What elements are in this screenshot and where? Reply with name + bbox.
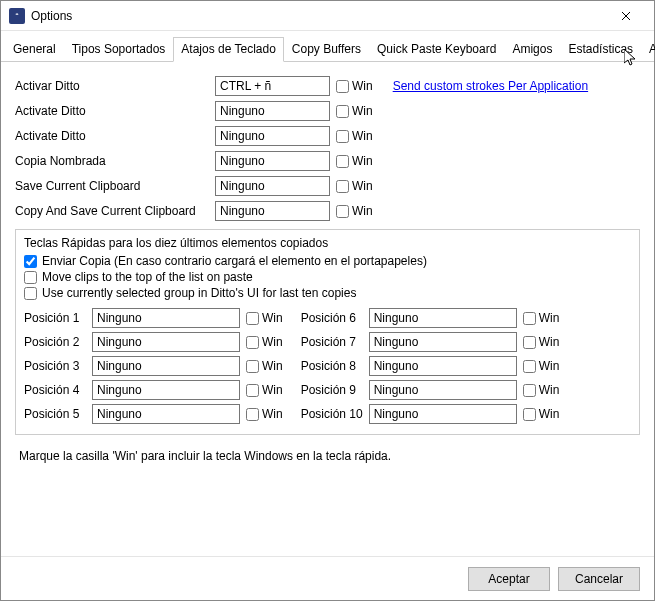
win-label: Win [352,79,373,93]
win-label: Win [262,335,283,349]
win-label: Win [539,359,560,373]
option-label: Enviar Copia (En caso contrario cargará … [42,254,427,268]
position-label: Posición 7 [301,335,369,349]
position-input[interactable] [92,356,240,376]
tabs-bar: GeneralTipos SoportadosAtajos de Teclado… [1,31,654,62]
win-checkbox-wrap[interactable]: Win [336,154,373,168]
hint-text: Marque la casilla 'Win' para incluir la … [19,449,636,463]
win-checkbox-wrap[interactable]: Win [246,359,283,373]
position-row: Posición 8Win [301,356,560,376]
shortcut-row: Activar DittoWinSend custom strokes Per … [15,76,640,96]
win-checkbox-wrap[interactable]: Win [336,104,373,118]
tab-atajos-de-teclado[interactable]: Atajos de Teclado [173,37,284,62]
win-checkbox-wrap[interactable]: Win [523,311,560,325]
tab-tipos-soportados[interactable]: Tipos Soportados [64,37,174,61]
option-checkbox[interactable] [24,271,37,284]
position-row: Posición 2Win [24,332,283,352]
win-checkbox[interactable] [246,384,259,397]
win-checkbox-wrap[interactable]: Win [336,204,373,218]
position-input[interactable] [369,356,517,376]
position-input[interactable] [369,380,517,400]
win-label: Win [352,204,373,218]
shortcut-label: Activar Ditto [15,79,215,93]
tab-amigos[interactable]: Amigos [504,37,560,61]
win-label: Win [352,129,373,143]
win-checkbox[interactable] [246,408,259,421]
win-checkbox[interactable] [336,80,349,93]
position-input[interactable] [92,308,240,328]
win-checkbox-wrap[interactable]: Win [246,335,283,349]
shortcut-row: Copy And Save Current ClipboardWin [15,201,640,221]
shortcut-input[interactable] [215,201,330,221]
win-checkbox-wrap[interactable]: Win [336,129,373,143]
positions-container: Posición 1WinPosición 2WinPosición 3WinP… [24,308,631,424]
position-input[interactable] [369,332,517,352]
shortcut-row: Copia NombradaWin [15,151,640,171]
position-label: Posición 2 [24,335,92,349]
position-input[interactable] [92,332,240,352]
win-checkbox[interactable] [246,336,259,349]
win-checkbox-wrap[interactable]: Win [246,407,283,421]
position-row: Posición 5Win [24,404,283,424]
shortcut-input[interactable] [215,76,330,96]
win-checkbox-wrap[interactable]: Win [246,311,283,325]
option-label: Move clips to the top of the list on pas… [42,270,253,284]
win-checkbox[interactable] [336,180,349,193]
cancel-button[interactable]: Cancelar [558,567,640,591]
shortcut-label: Activate Ditto [15,104,215,118]
win-label: Win [352,104,373,118]
shortcut-input[interactable] [215,176,330,196]
ok-button[interactable]: Aceptar [468,567,550,591]
shortcut-input[interactable] [215,101,330,121]
position-label: Posición 8 [301,359,369,373]
option-checkbox[interactable] [24,255,37,268]
group-option[interactable]: Enviar Copia (En caso contrario cargará … [24,254,631,268]
position-input[interactable] [92,404,240,424]
win-checkbox-wrap[interactable]: Win [523,335,560,349]
win-checkbox[interactable] [246,312,259,325]
position-row: Posición 7Win [301,332,560,352]
close-icon [621,11,631,21]
shortcut-input[interactable] [215,126,330,146]
win-checkbox[interactable] [523,336,536,349]
win-checkbox[interactable] [336,155,349,168]
tab-general[interactable]: General [5,37,64,61]
position-label: Posición 5 [24,407,92,421]
shortcut-input[interactable] [215,151,330,171]
win-checkbox[interactable] [523,360,536,373]
group-option[interactable]: Use currently selected group in Ditto's … [24,286,631,300]
position-row: Posición 4Win [24,380,283,400]
position-input[interactable] [92,380,240,400]
win-checkbox-wrap[interactable]: Win [246,383,283,397]
win-checkbox-wrap[interactable]: Win [336,79,373,93]
win-checkbox-wrap[interactable]: Win [523,359,560,373]
tab-quick-paste-keyboard[interactable]: Quick Paste Keyboard [369,37,504,61]
tab-acerca-de[interactable]: Acerca de [641,37,655,61]
option-label: Use currently selected group in Ditto's … [42,286,356,300]
win-checkbox[interactable] [523,312,536,325]
win-checkbox-wrap[interactable]: Win [336,179,373,193]
send-custom-strokes-link[interactable]: Send custom strokes Per Application [393,79,588,93]
win-label: Win [539,407,560,421]
win-checkbox[interactable] [336,105,349,118]
position-input[interactable] [369,404,517,424]
win-checkbox[interactable] [246,360,259,373]
win-label: Win [352,154,373,168]
tab-estadísticas[interactable]: Estadísticas [560,37,641,61]
lastten-group: Teclas Rápidas para los diez últimos ele… [15,229,640,435]
win-checkbox[interactable] [336,205,349,218]
win-checkbox-wrap[interactable]: Win [523,407,560,421]
win-label: Win [262,383,283,397]
option-checkbox[interactable] [24,287,37,300]
tab-copy-buffers[interactable]: Copy Buffers [284,37,369,61]
close-button[interactable] [606,2,646,30]
win-label: Win [352,179,373,193]
position-input[interactable] [369,308,517,328]
win-checkbox[interactable] [523,384,536,397]
win-checkbox-wrap[interactable]: Win [523,383,560,397]
position-row: Posición 3Win [24,356,283,376]
win-checkbox[interactable] [336,130,349,143]
win-checkbox[interactable] [523,408,536,421]
position-label: Posición 6 [301,311,369,325]
group-option[interactable]: Move clips to the top of the list on pas… [24,270,631,284]
